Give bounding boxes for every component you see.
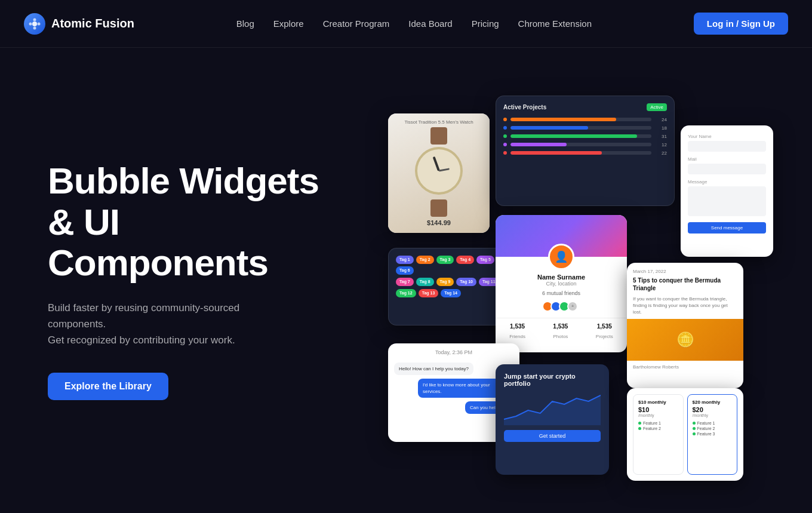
nav-chrome-extension[interactable]: Chrome Extension	[518, 19, 592, 29]
profile-avatar: 👤	[548, 244, 574, 270]
profile-location: City, location	[537, 281, 585, 287]
profile-name: Name Surname	[537, 274, 585, 281]
widget-table: Active Projects Active 24 18	[496, 96, 675, 206]
hero-section: Bubble Widgets & UI Components Build fas…	[0, 48, 812, 513]
form-name-input	[688, 141, 766, 152]
widget-watch: Tissot Tradition 5.5 Men's Watch $144.99	[388, 113, 490, 233]
svg-point-0	[32, 21, 37, 26]
blog-body: If you want to conquer the Bermuda trian…	[627, 296, 743, 320]
table-row: 24	[503, 117, 667, 122]
login-button[interactable]: Log in / Sign Up	[694, 13, 788, 35]
stat-projects-num: 1,535	[596, 323, 613, 330]
profile-mutual: 6 mutual friends	[537, 290, 585, 296]
watch-price: $144.99	[427, 219, 451, 226]
watch-title: Tissot Tradition 5.5 Men's Watch	[404, 119, 473, 125]
table-badge: Active	[647, 103, 667, 111]
profile-stat-photos: 1,535 Photos	[553, 323, 568, 340]
stat-photos-lbl: Photos	[553, 334, 568, 339]
nav-right: Log in / Sign Up	[694, 13, 788, 35]
hero-widgets: Tissot Tradition 5.5 Men's Watch $144.99…	[370, 96, 788, 466]
logo-link[interactable]: Atomic Fusion	[24, 13, 134, 35]
pricing-plan-basic: $10 monthly $10 /monthly Feature 1 Featu…	[633, 394, 684, 475]
watch-strap	[430, 127, 447, 145]
profile-stat-friends: 1,535 Friends	[509, 323, 525, 340]
widget-profile: 👤 Name Surname City, location 6 mutual f…	[496, 215, 627, 352]
stat-friends-lbl: Friends	[509, 334, 525, 339]
table-row: 31	[503, 134, 667, 139]
svg-point-2	[33, 26, 36, 29]
nav-links: Blog Explore Creator Program Idea Board …	[236, 19, 592, 29]
explore-library-button[interactable]: Explore the Library	[48, 373, 168, 400]
widget-blog: March 17, 2022 5 Tips to conquer the Ber…	[627, 263, 743, 388]
stat-friends-num: 1,535	[509, 323, 525, 330]
form-message-label: Message	[688, 179, 766, 185]
widget-crypto: Jump start your crypto portfolio Get sta…	[496, 364, 609, 475]
svg-point-4	[38, 22, 41, 25]
widget-form: Your Name Mail Message Send message	[681, 125, 773, 257]
profile-cover: 👤	[496, 215, 627, 257]
svg-point-3	[29, 22, 32, 25]
watch-face	[415, 147, 463, 194]
widget-pricing: $10 monthly $10 /monthly Feature 1 Featu…	[627, 388, 743, 481]
blog-image: 🪙	[627, 319, 743, 361]
hero-subtitle: Build faster by reusing community-source…	[48, 300, 299, 349]
nav-pricing[interactable]: Pricing	[472, 19, 499, 29]
blog-title: 5 Tips to conquer the Bermuda Triangle	[627, 277, 743, 296]
table-row: 18	[503, 125, 667, 131]
blog-date: March 17, 2022	[627, 263, 743, 277]
table-title: Active Projects	[503, 104, 546, 110]
nav-blog[interactable]: Blog	[236, 19, 254, 29]
hero-content: Bubble Widgets & UI Components Build fas…	[48, 161, 346, 400]
chat-message-left: Hello! How can I help you today?	[394, 363, 473, 375]
hero-title: Bubble Widgets & UI Components	[48, 161, 346, 283]
stat-photos-num: 1,535	[553, 323, 568, 330]
nav-creator-program[interactable]: Creator Program	[323, 19, 390, 29]
svg-point-1	[33, 18, 36, 21]
form-mail-label: Mail	[688, 156, 766, 162]
pricing-plan-popular: $20 monthly $20 /monthly Feature 1 Featu…	[687, 394, 738, 475]
form-send-button[interactable]: Send message	[688, 222, 766, 234]
table-row: 22	[503, 150, 667, 156]
watch-strap-bottom	[430, 199, 447, 217]
logo-text: Atomic Fusion	[51, 17, 134, 30]
form-name-label: Your Name	[688, 134, 766, 139]
table-row: 12	[503, 142, 667, 148]
form-mail-input	[688, 164, 766, 174]
crypto-cta-button[interactable]: Get started	[504, 430, 601, 442]
logo-icon	[24, 13, 45, 35]
navbar: Atomic Fusion Blog Explore Creator Progr…	[0, 0, 812, 48]
stat-projects-lbl: Projects	[596, 334, 613, 339]
nav-idea-board[interactable]: Idea Board	[408, 19, 452, 29]
profile-stat-projects: 1,535 Projects	[596, 323, 613, 340]
blog-author: Bartholomew Roberts	[627, 361, 743, 373]
nav-explore[interactable]: Explore	[273, 19, 304, 29]
crypto-title: Jump start your crypto portfolio	[504, 373, 601, 387]
form-message-textarea	[688, 186, 766, 216]
